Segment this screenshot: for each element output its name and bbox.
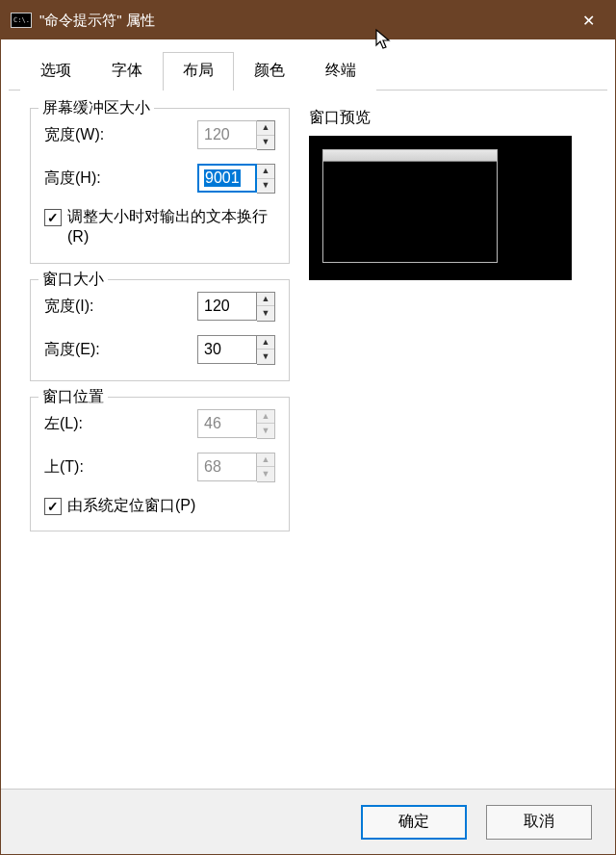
position-left-down: ▼ — [257, 424, 274, 438]
tab-color[interactable]: 颜色 — [234, 52, 305, 91]
ok-button[interactable]: 确定 — [361, 805, 467, 840]
buffer-width-up[interactable]: ▲ — [257, 121, 274, 136]
buffer-size-title: 屏幕缓冲区大小 — [38, 98, 154, 118]
tab-font[interactable]: 字体 — [91, 52, 163, 91]
cancel-button[interactable]: 取消 — [486, 805, 592, 840]
window-height-input[interactable] — [197, 335, 257, 364]
window-height-up[interactable]: ▲ — [257, 336, 274, 350]
cmd-icon: C:\. — [11, 13, 32, 28]
position-left-up: ▲ — [257, 410, 274, 425]
close-icon: ✕ — [582, 12, 595, 30]
preview-window-titlebar — [323, 150, 497, 162]
window-size-title: 窗口大小 — [38, 270, 108, 290]
dialog-footer: 确定 取消 — [1, 789, 615, 854]
window-preview — [309, 136, 572, 280]
window-position-title: 窗口位置 — [38, 387, 108, 407]
buffer-height-up[interactable]: ▲ — [257, 165, 274, 179]
window-height-down[interactable]: ▼ — [257, 350, 274, 364]
close-button[interactable]: ✕ — [561, 1, 615, 39]
wrap-text-checkbox[interactable] — [44, 209, 62, 226]
window-width-up[interactable]: ▲ — [257, 293, 274, 307]
preview-label: 窗口预览 — [309, 108, 586, 128]
buffer-width-label: 宽度(W): — [44, 125, 197, 145]
window-size-group: 窗口大小 宽度(I): ▲ ▼ — [30, 279, 290, 381]
buffer-height-label: 高度(H): — [44, 168, 197, 189]
window-height-label: 高度(E): — [44, 340, 197, 360]
tab-layout[interactable]: 布局 — [163, 52, 234, 91]
position-top-label: 上(T): — [44, 457, 197, 478]
dialog-content: 选项 字体 布局 颜色 终端 屏幕缓冲区大小 宽度(W): ▲ — [1, 39, 615, 789]
window-width-label: 宽度(I): — [44, 297, 197, 317]
preview-window-frame — [322, 149, 498, 263]
window-title: "命令提示符" 属性 — [39, 12, 561, 30]
position-top-down: ▼ — [257, 467, 274, 481]
layout-panel: 屏幕缓冲区大小 宽度(W): ▲ ▼ — [9, 91, 607, 789]
position-left-input[interactable] — [197, 409, 257, 438]
window-width-input[interactable] — [197, 292, 257, 321]
auto-position-checkbox[interactable] — [44, 498, 62, 515]
tab-options[interactable]: 选项 — [20, 52, 91, 91]
window-width-down[interactable]: ▼ — [257, 306, 274, 321]
buffer-width-input[interactable] — [197, 120, 257, 149]
buffer-size-group: 屏幕缓冲区大小 宽度(W): ▲ ▼ — [30, 108, 290, 264]
auto-position-label: 由系统定位窗口(P) — [67, 496, 195, 516]
position-top-up: ▲ — [257, 453, 274, 468]
tab-terminal[interactable]: 终端 — [305, 52, 376, 91]
window-position-group: 窗口位置 左(L): ▲ ▼ 上 — [30, 397, 290, 532]
position-left-label: 左(L): — [44, 414, 197, 434]
buffer-width-down[interactable]: ▼ — [257, 136, 274, 150]
buffer-height-down[interactable]: ▼ — [257, 179, 274, 194]
position-top-input[interactable] — [197, 453, 257, 481]
properties-dialog: C:\. "命令提示符" 属性 ✕ 选项 字体 布局 颜色 终端 屏幕缓冲区大小… — [0, 0, 616, 855]
titlebar: C:\. "命令提示符" 属性 ✕ — [1, 1, 615, 39]
wrap-text-label: 调整大小时对输出的文本换行(R) — [67, 207, 275, 247]
tab-strip: 选项 字体 布局 颜色 终端 — [9, 51, 607, 91]
